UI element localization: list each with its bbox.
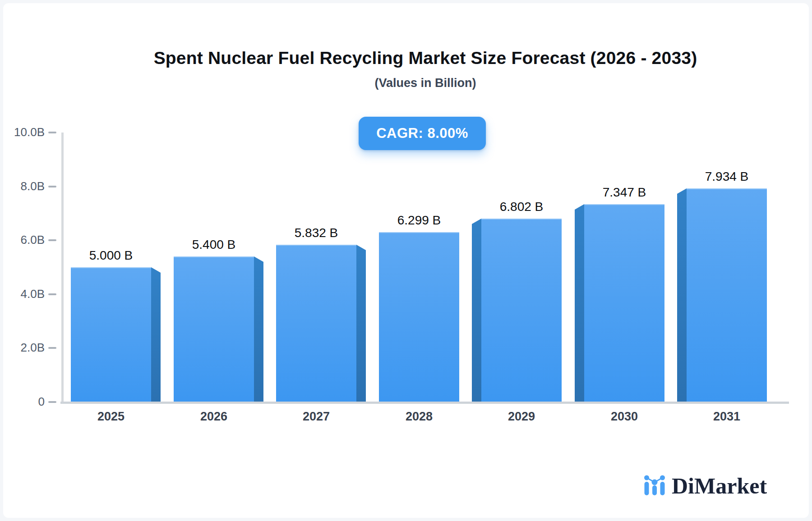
y-axis-line [61, 133, 64, 403]
y-tick-mark [48, 401, 56, 403]
bar-2025[interactable] [71, 267, 151, 402]
y-tick-label: 0 [3, 395, 45, 409]
bar-2026[interactable] [174, 256, 254, 402]
bar-side-face [472, 219, 481, 402]
bar-value-label: 5.000 B [61, 248, 161, 263]
y-tick-mark [48, 132, 56, 133]
y-tick-label: 10.0B [3, 125, 45, 139]
bar-value-label: 7.934 B [677, 169, 776, 184]
x-axis-label-2029: 2029 [472, 410, 571, 424]
bar-2029[interactable] [481, 219, 562, 402]
bar-value-label: 6.802 B [472, 200, 571, 214]
bar-2031[interactable] [687, 188, 767, 402]
y-tick-label: 2.0B [3, 341, 45, 355]
bar-value-label: 7.347 B [575, 185, 674, 200]
x-axis-label-2026: 2026 [164, 410, 263, 424]
bar-side-face [356, 245, 366, 402]
x-axis-label-2025: 2025 [61, 410, 161, 424]
y-tick-label: 6.0B [3, 233, 45, 247]
x-axis-label-2027: 2027 [267, 410, 366, 424]
y-tick-label: 4.0B [3, 287, 45, 301]
brand-logo-text: DiMarket [672, 473, 767, 498]
bar-2027[interactable] [276, 245, 356, 402]
x-axis-label-2028: 2028 [369, 410, 469, 424]
y-tick-mark [48, 186, 56, 187]
brand-logo: DiMarket [644, 470, 767, 502]
bar-side-face [575, 204, 584, 402]
x-axis-label-2030: 2030 [575, 410, 674, 424]
bar-2030[interactable] [584, 204, 664, 402]
y-tick-label: 8.0B [3, 179, 45, 193]
bar-side-face [254, 256, 263, 402]
bar-chart: 10.0B8.0B6.0B4.0B2.0B05.000 B20255.400 B… [3, 3, 812, 521]
x-axis-label-2031: 2031 [677, 410, 776, 424]
bar-side-face [677, 188, 687, 402]
chart-card: Spent Nuclear Fuel Recycling Market Size… [3, 3, 809, 518]
y-tick-mark [48, 293, 56, 295]
bar-2028[interactable] [379, 232, 459, 402]
y-tick-mark [48, 347, 56, 349]
bar-value-label: 5.832 B [267, 226, 366, 240]
x-axis-line [60, 402, 789, 404]
y-tick-mark [48, 239, 56, 241]
bar-value-label: 6.299 B [369, 213, 469, 228]
bar-value-label: 5.400 B [164, 238, 263, 252]
bar-side-face [151, 267, 161, 402]
bar-chart-logo-icon [644, 474, 666, 498]
